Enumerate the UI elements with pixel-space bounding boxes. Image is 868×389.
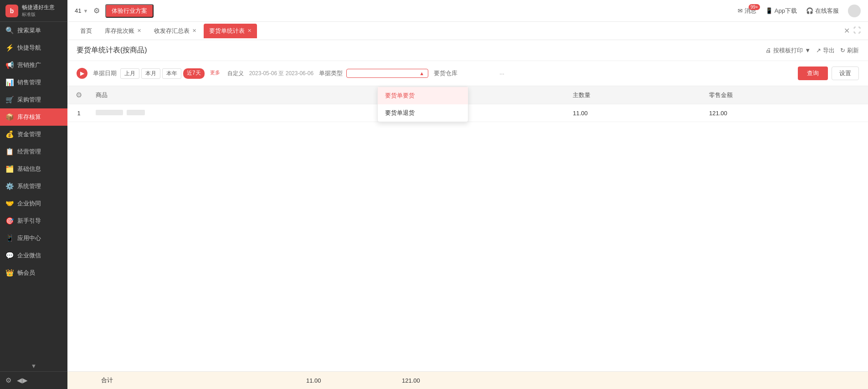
account-chevron-icon: ▼ (83, 8, 88, 14)
tab-receive-summary[interactable]: 收发存汇总表 ✕ (149, 24, 202, 38)
table-area: ⚙ 商品 主计量单位 主数量 零售金额 1 (67, 86, 868, 371)
guide-icon: 🎯 (5, 217, 14, 225)
sales-icon: 📊 (5, 78, 14, 87)
topbar-right: ✉ 消息 99+ 📱 App下载 🎧 在线客服 (738, 5, 861, 17)
sidebar-item-sales[interactable]: 📊 销售管理 (0, 74, 67, 91)
sidebar-item-purchase[interactable]: 🛒 采购管理 (0, 91, 67, 108)
tab-batch-account[interactable]: 库存批次账 ✕ (99, 24, 147, 38)
sidebar-item-member[interactable]: 👑 畅会员 (0, 264, 67, 282)
sidebar-item-inventory[interactable]: 📦 库存核算 (0, 108, 67, 126)
date-tag-more[interactable]: 更多 (206, 68, 224, 79)
type-select-chevron-icon: ▲ (419, 71, 424, 76)
sidebar-item-operations[interactable]: 📋 经营管理 (0, 143, 67, 160)
messages-badge: 99+ (749, 4, 760, 10)
app-title: 畅捷通好生意 标准版 (22, 4, 55, 17)
custom-date-button[interactable]: 自定义 (227, 70, 244, 77)
page-title: 要货单统计表(按商品) (77, 46, 147, 55)
warehouse-label: 要货仓库 (434, 69, 457, 77)
refresh-button[interactable]: ↻ 刷新 (840, 46, 859, 55)
filter-date-group: 单据日期 上月 本月 本年 近7天 更多 自定义 (93, 68, 244, 79)
inventory-icon: 📦 (5, 113, 14, 121)
basic-icon: 🗂️ (5, 165, 14, 173)
print-icon: 🖨 (765, 47, 771, 54)
date-btn-last-month[interactable]: 上月 (120, 68, 139, 79)
dropdown-item-requisition-order[interactable]: 要货单要货 (378, 87, 468, 104)
print-button[interactable]: 🖨 按模板打印 ▼ (765, 46, 811, 55)
topbar-gear-icon[interactable]: ⚙ (93, 6, 100, 15)
export-button[interactable]: ↗ 导出 (816, 46, 835, 55)
app-center-icon: 📱 (5, 234, 14, 242)
refresh-icon: ↻ (840, 47, 845, 54)
date-range-display: 2023-05-06 至 2023-06-06 (249, 70, 313, 77)
tab-home[interactable]: 首页 (75, 24, 98, 38)
purchase-icon: 🛒 (5, 96, 14, 104)
tab-maximize-icon[interactable]: ⛶ (853, 26, 861, 35)
row-index: 1 (67, 104, 90, 122)
service-icon: 🎧 (806, 7, 813, 14)
row-amount: 121.00 (704, 104, 868, 122)
collapse-icon[interactable]: ◀▶ (17, 376, 28, 384)
operations-icon: 📋 (5, 148, 14, 156)
sidebar-item-finance[interactable]: 💰 资金管理 (0, 126, 67, 143)
tabbar: 首页 库存批次账 ✕ 收发存汇总表 ✕ 要货单统计表 ✕ ✕ ⛶ (67, 22, 868, 40)
message-icon: ✉ (738, 7, 743, 14)
tab-requisition-stats[interactable]: 要货单统计表 ✕ (204, 24, 257, 38)
footer-total-amount: 121.00 (402, 377, 420, 384)
sidebar-nav: ⚡ 快捷导航 📢 营销推广 📊 销售管理 🛒 采购管理 📦 库存核算 💰 资金管… (0, 39, 67, 361)
export-icon: ↗ (816, 47, 821, 54)
tab-close-requisition-stats[interactable]: ✕ (247, 28, 252, 34)
date-btn-this-month[interactable]: 本月 (141, 68, 160, 79)
table-settings-icon[interactable]: ⚙ (76, 91, 82, 99)
sidebar-item-enterprise[interactable]: 🤝 企业协同 (0, 195, 67, 212)
enterprise-icon: 🤝 (5, 200, 14, 208)
tab-close-batch-account[interactable]: ✕ (137, 28, 141, 34)
date-tag-7days[interactable]: 近7天 (183, 68, 205, 79)
sidebar: b 畅捷通好生意 标准版 🔍 搜索菜单 ⚡ 快捷导航 📢 营销推广 📊 销售管理… (0, 0, 67, 389)
settings-button[interactable]: 设置 (832, 67, 859, 80)
account-selector[interactable]: 41 ▼ (75, 7, 88, 14)
query-button[interactable]: 查询 (798, 67, 828, 80)
wechat-icon: 💬 (5, 251, 14, 260)
filter-date-buttons: 上月 本月 本年 近7天 更多 (120, 68, 224, 79)
account-name: 41 (75, 7, 81, 14)
filter-bar: ▶ 单据日期 上月 本月 本年 近7天 更多 自定义 2023-05-06 至 … (67, 61, 868, 86)
app-download-button[interactable]: 📱 App下载 (765, 7, 797, 15)
page-actions: 🖨 按模板打印 ▼ ↗ 导出 ↻ 刷新 (765, 46, 859, 55)
system-icon: ⚙️ (5, 182, 14, 190)
user-avatar[interactable] (848, 5, 861, 17)
sidebar-item-wechat[interactable]: 💬 企业微信 (0, 247, 67, 264)
settings-footer-icon[interactable]: ⚙ (5, 376, 11, 384)
trial-button[interactable]: 体验行业方案 (105, 4, 154, 18)
filter-warehouse-group: 要货仓库 ··· (434, 69, 504, 77)
date-label: 单据日期 (93, 69, 117, 77)
row-product (90, 104, 375, 122)
tab-close-receive-summary[interactable]: ✕ (192, 28, 196, 34)
member-icon: 👑 (5, 269, 14, 277)
filter-type-group: 单据类型 ▲ (319, 69, 428, 78)
sidebar-search[interactable]: 🔍 搜索菜单 (0, 22, 67, 39)
row-quantity: 11.00 (567, 104, 704, 122)
sidebar-item-quick-nav[interactable]: ⚡ 快捷导航 (0, 39, 67, 56)
dropdown-item-requisition-return[interactable]: 要货单退货 (378, 104, 468, 122)
tab-close-all-icon[interactable]: ✕ (844, 26, 850, 35)
date-btn-this-year[interactable]: 本年 (162, 68, 181, 79)
sidebar-scroll-down[interactable]: ▼ (0, 361, 67, 371)
filter-actions: 查询 设置 (798, 67, 859, 80)
type-label: 单据类型 (319, 69, 343, 77)
sidebar-item-app-center[interactable]: 📱 应用中心 (0, 230, 67, 247)
sidebar-item-system[interactable]: ⚙️ 系统管理 (0, 178, 67, 195)
finance-icon: 💰 (5, 130, 14, 138)
col-quantity: 主数量 (567, 86, 704, 104)
sidebar-item-basic[interactable]: 🗂️ 基础信息 (0, 160, 67, 178)
marketing-icon: 📢 (5, 61, 14, 69)
tabbar-actions: ✕ ⛶ (844, 26, 861, 35)
online-service-button[interactable]: 🎧 在线客服 (806, 7, 839, 15)
sidebar-item-marketing[interactable]: 📢 营销推广 (0, 56, 67, 74)
filter-more-icon[interactable]: ··· (499, 70, 504, 77)
footer-total-quantity: 11.00 (306, 377, 361, 384)
messages-button[interactable]: ✉ 消息 99+ (738, 7, 756, 15)
col-amount: 零售金额 (704, 86, 868, 104)
type-select[interactable]: ▲ (346, 69, 428, 78)
filter-expand-button[interactable]: ▶ (77, 68, 87, 79)
sidebar-item-guide[interactable]: 🎯 新手引导 (0, 212, 67, 230)
